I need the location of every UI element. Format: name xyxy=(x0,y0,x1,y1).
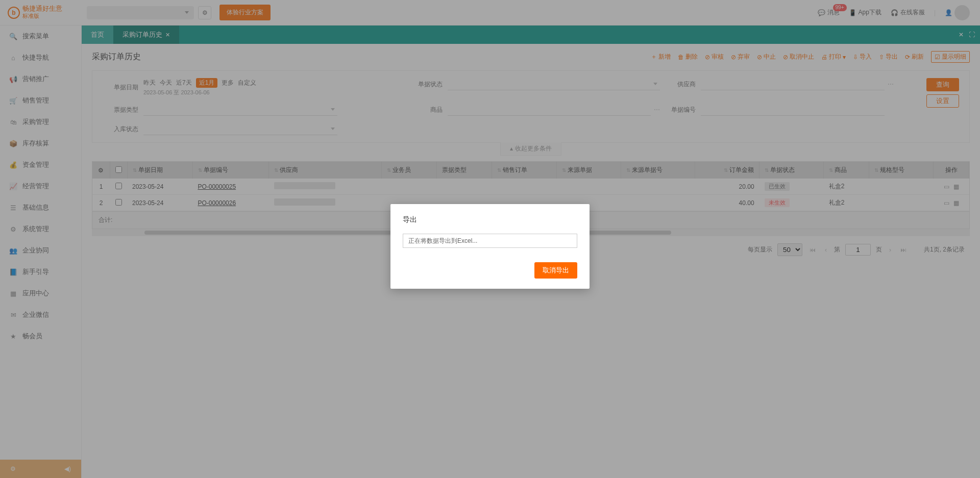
export-status-input xyxy=(403,234,577,248)
modal-title: 导出 xyxy=(403,215,577,224)
export-modal: 导出 取消导出 xyxy=(390,204,590,289)
cancel-export-button[interactable]: 取消导出 xyxy=(534,262,577,279)
